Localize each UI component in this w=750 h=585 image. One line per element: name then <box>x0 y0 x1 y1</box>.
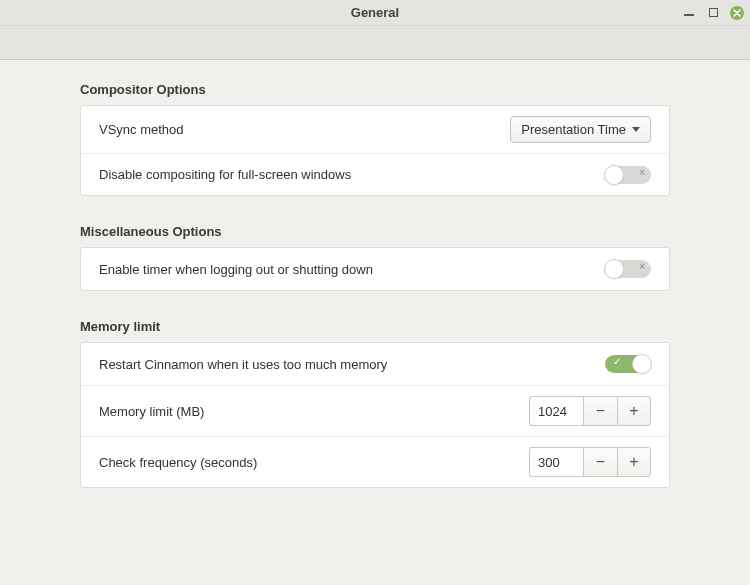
row-memory-limit: Memory limit (MB) − + <box>81 385 669 436</box>
memory-limit-stepper: − + <box>529 396 651 426</box>
disable-compositing-toggle[interactable]: × <box>605 166 651 184</box>
maximize-button[interactable] <box>706 6 720 20</box>
row-logout-timer: Enable timer when logging out or shuttin… <box>81 248 669 290</box>
restart-cinnamon-toggle[interactable]: ✓ <box>605 355 651 373</box>
row-check-frequency: Check frequency (seconds) − + <box>81 436 669 487</box>
headerbar <box>0 26 750 60</box>
memory-limit-decrement[interactable]: − <box>583 396 617 426</box>
check-frequency-stepper: − + <box>529 447 651 477</box>
memory-limit-label: Memory limit (MB) <box>99 404 204 419</box>
restart-cinnamon-label: Restart Cinnamon when it uses too much m… <box>99 357 387 372</box>
row-vsync: VSync method Presentation Time <box>81 106 669 153</box>
logout-timer-toggle[interactable]: × <box>605 260 651 278</box>
plus-icon: + <box>629 402 638 420</box>
memory-card: Restart Cinnamon when it uses too much m… <box>80 342 670 488</box>
content: Compositor Options VSync method Presenta… <box>0 60 750 488</box>
toggle-knob <box>604 259 624 279</box>
close-button[interactable] <box>730 6 744 20</box>
toggle-off-icon: × <box>639 167 645 178</box>
close-icon <box>730 6 744 20</box>
plus-icon: + <box>629 453 638 471</box>
check-frequency-increment[interactable]: + <box>617 447 651 477</box>
toggle-knob <box>604 165 624 185</box>
minus-icon: − <box>596 453 605 471</box>
misc-card: Enable timer when logging out or shuttin… <box>80 247 670 291</box>
memory-limit-input[interactable] <box>529 396 583 426</box>
logout-timer-label: Enable timer when logging out or shuttin… <box>99 262 373 277</box>
row-disable-compositing: Disable compositing for full-screen wind… <box>81 153 669 195</box>
vsync-value: Presentation Time <box>521 122 626 137</box>
toggle-off-icon: × <box>639 261 645 272</box>
check-frequency-input[interactable] <box>529 447 583 477</box>
minimize-button[interactable] <box>682 6 696 20</box>
chevron-down-icon <box>632 127 640 132</box>
check-frequency-label: Check frequency (seconds) <box>99 455 257 470</box>
titlebar: General <box>0 0 750 26</box>
toggle-knob <box>632 354 652 374</box>
vsync-label: VSync method <box>99 122 184 137</box>
section-title-compositor: Compositor Options <box>80 82 670 97</box>
row-restart-cinnamon: Restart Cinnamon when it uses too much m… <box>81 343 669 385</box>
compositor-card: VSync method Presentation Time Disable c… <box>80 105 670 196</box>
vsync-dropdown[interactable]: Presentation Time <box>510 116 651 143</box>
section-title-memory: Memory limit <box>80 319 670 334</box>
disable-compositing-label: Disable compositing for full-screen wind… <box>99 167 351 182</box>
check-frequency-decrement[interactable]: − <box>583 447 617 477</box>
window-title: General <box>351 5 399 20</box>
memory-limit-increment[interactable]: + <box>617 396 651 426</box>
minus-icon: − <box>596 402 605 420</box>
window-controls <box>682 0 744 25</box>
section-title-misc: Miscellaneous Options <box>80 224 670 239</box>
toggle-on-icon: ✓ <box>613 356 621 367</box>
